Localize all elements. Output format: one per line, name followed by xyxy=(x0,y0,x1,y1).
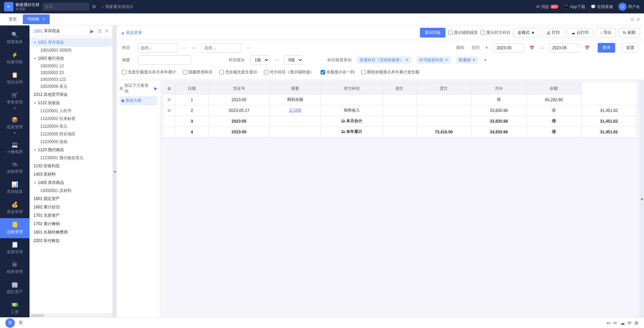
summary-input[interactable] xyxy=(138,55,191,65)
print-btn[interactable]: 🖨 打印 xyxy=(542,28,564,38)
tree-item-10020006[interactable]: 10020006 美元 xyxy=(30,83,112,90)
tree-item-14050001[interactable]: 14050001 原材料 xyxy=(30,187,112,195)
settings-btn[interactable]: 设置 xyxy=(622,43,639,53)
nav-project[interactable]: 📋 项目合同 xyxy=(0,68,30,88)
period-start-input[interactable] xyxy=(494,43,524,53)
tree-item-1801[interactable]: 1801 长期待摊费用 xyxy=(30,228,112,237)
tree-item-10020001[interactable]: 10020001 12 xyxy=(30,63,112,69)
nav-assets[interactable]: 🏢 固定资产 xyxy=(0,278,30,298)
cloud-icon[interactable]: ☁ xyxy=(620,320,625,326)
tree-item-1002[interactable]: ▼ 1002 银行存款 xyxy=(30,54,112,63)
opt-no-occur-checkbox[interactable] xyxy=(219,70,224,74)
tree-item-11220006[interactable]: 11220006 游戏 xyxy=(30,138,112,146)
opt-opposite[interactable]: 对方科目（显示辅助项） xyxy=(264,69,314,75)
tag-qty-remove[interactable]: ✕ xyxy=(472,58,476,62)
opt-balance-col-checkbox[interactable] xyxy=(321,70,325,74)
tab-close-icon[interactable]: ✕ xyxy=(42,17,45,21)
nav-ecommerce[interactable]: 💻 小畅电商 xyxy=(0,138,30,158)
bottom-settings-icon[interactable]: ⚙ xyxy=(634,320,639,326)
opt-hide-disabled[interactable]: 隐藏禁用科目 xyxy=(183,69,213,75)
opt-hide-disabled-checkbox[interactable] xyxy=(183,70,187,74)
app-download-btn[interactable]: 📱 App下载 xyxy=(564,4,585,10)
expand-more-btn[interactable]: ▲ 收起更多 xyxy=(121,30,142,36)
opt-period-begin[interactable]: 期初余额显示本年累计发生额 xyxy=(361,69,419,75)
tree-item-11220002[interactable]: 11220002 往来标签 xyxy=(30,115,112,123)
query-scheme-system[interactable]: 系统方案 xyxy=(119,96,157,105)
tab-close-window-icon[interactable]: ✕ xyxy=(637,17,640,22)
show-opposite-checkbox[interactable] xyxy=(481,30,485,35)
tree-item-1001[interactable]: ▼ 1001 库存现金 xyxy=(30,38,112,47)
nav-wholesale[interactable]: 📦 批发管理 ▼ xyxy=(0,113,30,138)
online-service-btn[interactable]: 💬 在线客服 xyxy=(591,4,613,10)
tree-item-1403[interactable]: 1403 原材料 xyxy=(30,170,112,179)
row2-voucher[interactable]: 记-006 xyxy=(270,105,321,116)
subject-input[interactable] xyxy=(138,43,178,53)
tree-item-11230001[interactable]: 11230001 预付账款美元 xyxy=(30,154,112,162)
tree-item-1702[interactable]: 1702 累计摊销 xyxy=(30,220,112,228)
subject-input-end[interactable] xyxy=(201,43,241,53)
arrow-right-icon[interactable]: ▶ xyxy=(90,28,94,34)
nav-retail[interactable]: 🛒 零售管理 ▼ xyxy=(0,88,30,113)
period-end-input[interactable] xyxy=(549,43,579,53)
tree-refresh-icon[interactable]: ↻ xyxy=(105,29,108,34)
tree-item-10020003[interactable]: 10020003 122 xyxy=(30,76,112,83)
opt-no-occur[interactable]: 无余额无发生显示 xyxy=(219,69,257,75)
query-btn[interactable]: 查询 xyxy=(598,43,615,53)
type-chevron[interactable]: ▼ xyxy=(484,58,487,62)
opt-no-balance-checkbox[interactable] xyxy=(122,70,126,74)
opt-balance-col[interactable]: 余额显示在一列 xyxy=(321,69,355,75)
refresh-btn[interactable]: ↻ 刷新 xyxy=(619,28,640,38)
voucher-link[interactable]: 记-006 xyxy=(289,108,301,113)
tree-item-10010001[interactable]: 10010001 同同同 xyxy=(30,47,112,54)
nav-tax[interactable]: 🏛 税务管理 xyxy=(0,258,30,278)
message-btn[interactable]: ✉ 消息 99+ xyxy=(536,4,558,10)
tree-item-10020002[interactable]: 10020002 23 xyxy=(30,69,112,76)
tag-normal-remove[interactable]: ✕ xyxy=(405,58,409,62)
tree-item-11220004[interactable]: 11220004 美元 xyxy=(30,123,112,130)
nav-quicknav[interactable]: ⚡ 快捷导航 xyxy=(0,48,30,68)
settings-icon[interactable]: ⚙ xyxy=(92,4,96,9)
cloud-print-btn[interactable]: ☁ 云打印 xyxy=(567,28,593,38)
tree-item-1602[interactable]: 1602 累计折旧 xyxy=(30,203,112,211)
tag-foreign-remove[interactable]: ✕ xyxy=(445,58,448,62)
nav-invoice[interactable]: 🧾 发票管理 xyxy=(0,238,30,258)
nav-ledger[interactable]: 📒 总账管理 xyxy=(0,218,30,238)
tree-menu-icon[interactable]: ☰ xyxy=(98,29,102,34)
tree-item-1123[interactable]: ▼ 1123 预付账款 xyxy=(30,146,112,154)
nav-capital[interactable]: 💰 资金管理 xyxy=(0,198,30,218)
tab-detail[interactable]: 明细账 ✕ xyxy=(23,14,50,24)
tree-item-1012[interactable]: 1012 其他货币资金 xyxy=(30,90,112,99)
tree-item-1122[interactable]: ▼ 1122 应收款 xyxy=(30,99,112,107)
undo-icon[interactable]: ↩ xyxy=(607,320,611,326)
level-start-select[interactable]: 1级2级3级 xyxy=(250,55,269,65)
opt-opposite-checkbox[interactable] xyxy=(264,70,268,74)
calendar-end-icon[interactable]: 📅 xyxy=(585,46,590,50)
show-opposite-check[interactable]: 显示对方科目 xyxy=(481,30,511,36)
opt-period-begin-checkbox[interactable] xyxy=(361,70,366,74)
opt-no-balance[interactable]: 无发生额显示本月本年累计 xyxy=(122,69,176,75)
currency-btn[interactable]: 金额式 ▼ xyxy=(513,28,539,38)
user-area[interactable]: U 用户名 xyxy=(619,3,640,11)
show-aux-check[interactable]: 显示辅助核算 xyxy=(448,30,478,36)
tab-home[interactable]: 首页 xyxy=(4,14,21,24)
tree-item-1701[interactable]: 1701 无形资产 xyxy=(30,211,112,220)
demo-link[interactable]: ○ 我要看实例演示 xyxy=(102,4,133,10)
tree-item-2202[interactable]: 2202 应付账款 xyxy=(30,237,112,245)
nav-search[interactable]: 🔍 搜索菜单 xyxy=(0,28,30,48)
tree-item-1405[interactable]: ▼ 1405 库存商品 xyxy=(30,179,112,187)
show-aux-checkbox[interactable] xyxy=(448,30,452,35)
lang-btn[interactable]: 英 xyxy=(5,318,15,328)
calendar-start-icon[interactable]: 📅 xyxy=(529,46,534,50)
sync-icon[interactable]: ⟳ xyxy=(628,320,632,326)
nav-inventory[interactable]: 📊 库存核算 xyxy=(0,178,30,198)
level-end-select[interactable]: 6级1级2级 xyxy=(284,55,303,65)
tree-scrollbar[interactable] xyxy=(30,313,112,317)
tree-item-1601[interactable]: 1601 固定资产 xyxy=(30,195,112,203)
period-chevron[interactable]: ▼ xyxy=(485,46,488,50)
side-collapse-btn[interactable]: ◀ xyxy=(113,25,117,317)
tree-item-1132[interactable]: 1132 应收利息 xyxy=(30,162,112,170)
right-side-panel[interactable]: ◀ xyxy=(639,80,644,317)
top-search-input[interactable] xyxy=(42,3,89,11)
tree-item-11220005[interactable]: 11220005 所在地区 xyxy=(30,130,112,138)
tree-item-11220001[interactable]: 11220001 人民币 xyxy=(30,107,112,115)
